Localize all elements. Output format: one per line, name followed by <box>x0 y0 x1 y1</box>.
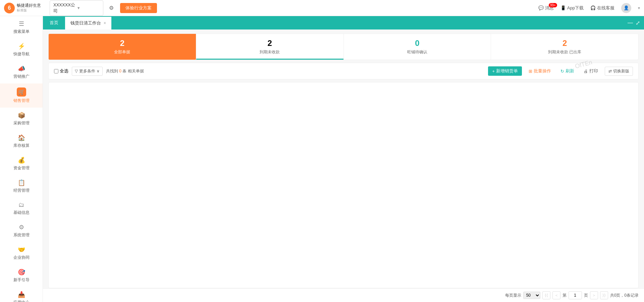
summary-cards: 2 全部单据 2 到期未收款 0 旺铺待确认 2 到期未收款 已出库 <box>48 34 639 60</box>
batch-ops-button[interactable]: ⊞ 批量操作 <box>526 67 554 75</box>
sidebar-item-operations[interactable]: 📋 经营管理 <box>0 175 43 197</box>
main-layout: ☰ 搜索菜单 ⚡ 快捷导航 📣 营销推广 🛒 销售管理 📦 采购管理 🏠 库存核… <box>0 16 644 302</box>
company-selector[interactable]: XXXXXX公司 ▾ <box>50 0 103 16</box>
current-page-input[interactable] <box>569 291 582 299</box>
tab-home[interactable]: 首页 <box>43 16 65 29</box>
refresh-label: 刷新 <box>566 68 574 74</box>
page-unit: 页 <box>584 293 588 298</box>
basic-info-icon: 🗂 <box>18 201 24 208</box>
sidebar-item-label: 新手引导 <box>13 277 30 283</box>
company-name: XXXXXX公司 <box>53 2 75 14</box>
online-service-item[interactable]: 🎧 在线客服 <box>590 5 614 11</box>
new-sales-label: 新增销货单 <box>496 68 518 74</box>
avatar[interactable]: 👤 <box>621 3 631 13</box>
sidebar-item-label: 库存核算 <box>13 143 30 148</box>
tab-minimize-icon[interactable]: — <box>628 20 633 26</box>
first-page-button[interactable]: ⟨⟨ <box>542 291 550 299</box>
toolbar-left: 全选 ▽ 更多条件 ∨ 共找到 0 条 相关单据 <box>54 67 144 76</box>
sidebar-item-finance[interactable]: 💰 资金管理 <box>0 153 43 175</box>
enterprise-icon: 🤝 <box>18 246 25 253</box>
page-content: 2 全部单据 2 到期未收款 0 旺铺待确认 2 到期未收款 已出库 <box>43 29 644 302</box>
select-all-label: 全选 <box>60 68 68 74</box>
select-all-input[interactable] <box>54 69 58 73</box>
filter-icon: ▽ <box>75 69 78 73</box>
table-area <box>48 82 639 288</box>
summary-card-overdue-shipped[interactable]: 2 到期未收款 已出库 <box>491 34 638 60</box>
operations-icon: 📋 <box>18 179 25 186</box>
print-icon: 🖨 <box>584 69 588 74</box>
finance-icon: 💰 <box>18 157 25 164</box>
sidebar-item-sales[interactable]: 🛒 销售管理 <box>0 83 43 108</box>
logo-icon: 6 <box>4 3 15 13</box>
sidebar-item-basic-info[interactable]: 🗂 基础信息 <box>0 197 43 220</box>
card-all-label: 全部单据 <box>55 49 189 55</box>
sidebar-item-label: 采购管理 <box>13 120 30 126</box>
app-center-icon: 📥 <box>18 291 25 298</box>
purchase-icon: 📦 <box>18 112 25 119</box>
found-count: 0 <box>119 69 122 73</box>
table-empty <box>49 82 638 288</box>
search-menu-icon: ☰ <box>19 20 24 27</box>
print-button[interactable]: 🖨 打印 <box>581 67 601 75</box>
card-overdue-shipped-label: 到期未收款 已出库 <box>498 49 632 55</box>
card-pending-number: 0 <box>351 39 484 48</box>
trial-button[interactable]: 体验行业方案 <box>120 3 157 13</box>
sidebar-item-inventory[interactable]: 🏠 库存核算 <box>0 130 43 153</box>
app-name: 畅捷通好生意 <box>17 3 41 8</box>
quick-nav-icon: ⚡ <box>18 43 25 50</box>
sidebar: ☰ 搜索菜单 ⚡ 快捷导航 📣 营销推广 🛒 销售管理 📦 采购管理 🏠 库存核… <box>0 16 43 302</box>
summary-card-overdue[interactable]: 2 到期未收款 <box>196 34 344 60</box>
message-item[interactable]: 💬 消息 99+ <box>538 5 554 11</box>
marketing-icon: 📣 <box>18 65 25 72</box>
switch-icon: ⇄ <box>608 69 612 73</box>
settings-button[interactable]: ⚙ <box>106 3 117 13</box>
sidebar-item-system[interactable]: ⚙ 系统管理 <box>0 220 43 242</box>
sidebar-item-app-center[interactable]: 📥 应用中心 <box>0 287 43 302</box>
last-page-button[interactable]: ⟩⟩ <box>600 291 608 299</box>
more-conditions-button[interactable]: ▽ 更多条件 ∨ <box>72 67 103 76</box>
header-right: 💬 消息 99+ 📱 App下载 🎧 在线客服 👤 ▾ <box>538 3 640 13</box>
print-label: 打印 <box>589 68 598 74</box>
inventory-icon: 🏠 <box>18 134 25 141</box>
sidebar-item-guide[interactable]: 🎯 新手引导 <box>0 264 43 287</box>
more-conditions-label: 更多条件 <box>79 68 95 74</box>
logo-text-area: 畅捷通好生意 标准版 <box>17 3 41 13</box>
app-download-item[interactable]: 📱 App下载 <box>560 5 584 11</box>
sidebar-item-enterprise[interactable]: 🤝 企业协同 <box>0 242 43 264</box>
tab-active[interactable]: 钱货日清工作台 × <box>65 16 111 29</box>
summary-card-all[interactable]: 2 全部单据 <box>49 34 196 60</box>
sidebar-item-label: 快捷导航 <box>13 51 30 57</box>
sidebar-item-label: 系统管理 <box>13 232 30 238</box>
card-all-number: 2 <box>55 39 189 48</box>
batch-ops-label: 批量操作 <box>534 68 551 74</box>
message-icon: 💬 <box>538 5 544 10</box>
toolbar-right: + 新增销货单 ⊞ 批量操作 ↻ 刷新 🖨 打印 <box>488 66 633 76</box>
sidebar-item-marketing[interactable]: 📣 营销推广 <box>0 61 43 83</box>
sidebar-item-quick-nav[interactable]: ⚡ 快捷导航 <box>0 39 43 61</box>
guide-icon: 🎯 <box>18 268 25 276</box>
tab-close-button[interactable]: × <box>104 21 106 25</box>
sidebar-item-label: 应用中心 <box>13 300 30 302</box>
select-all-checkbox[interactable]: 全选 <box>54 68 68 74</box>
user-name-area[interactable]: ▾ <box>638 6 640 10</box>
system-icon: ⚙ <box>19 224 24 231</box>
next-page-button[interactable]: ＞ <box>590 291 598 299</box>
top-header: 6 畅捷通好生意 标准版 XXXXXX公司 ▾ ⚙ 体验行业方案 💬 消息 99… <box>0 0 644 16</box>
message-badge: 99+ <box>549 3 557 7</box>
switch-version-button[interactable]: ⇄ 切换新版 <box>605 67 633 76</box>
sidebar-item-label: 销售管理 <box>13 98 30 104</box>
page-label: 第 <box>562 293 567 298</box>
prev-page-button[interactable]: ＜ <box>552 291 560 299</box>
page-size-select[interactable]: 50 100 200 <box>523 292 540 299</box>
app-badge: 标准版 <box>17 8 41 13</box>
tab-maximize-icon[interactable]: ⤢ <box>636 20 640 26</box>
found-text: 共找到 0 条 相关单据 <box>106 68 144 74</box>
card-pending-label: 旺铺待确认 <box>351 49 484 55</box>
content-area: 首页 钱货日清工作台 × — ⤢ 2 全部单据 2 <box>43 16 644 302</box>
new-sales-button[interactable]: + 新增销货单 <box>488 66 522 76</box>
summary-card-pending[interactable]: 0 旺铺待确认 <box>344 34 491 60</box>
sidebar-item-search-menu[interactable]: ☰ 搜索菜单 <box>0 16 43 39</box>
sidebar-item-purchase[interactable]: 📦 采购管理 <box>0 108 43 130</box>
avatar-icon: 👤 <box>624 5 629 10</box>
refresh-button[interactable]: ↻ 刷新 <box>558 67 577 75</box>
